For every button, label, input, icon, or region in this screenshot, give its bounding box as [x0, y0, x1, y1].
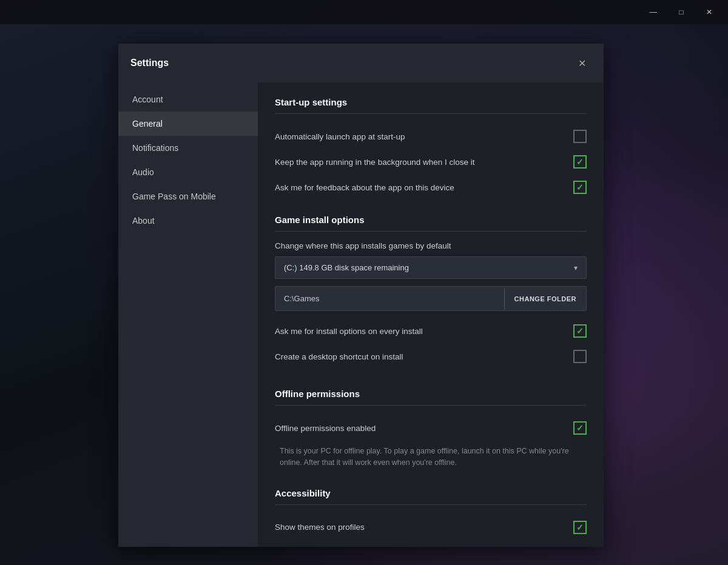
install-location-label: Change where this app installs games by … [275, 241, 587, 250]
checkbox-desktop-shortcut[interactable] [573, 350, 587, 363]
accessibility-divider [275, 504, 587, 505]
startup-divider [275, 113, 587, 114]
modal-header: Settings ✕ [118, 44, 604, 82]
accessibility-section: Accessibility Show themes on profiles [275, 488, 587, 540]
setting-row-install-options: Ask me for install options on every inst… [275, 318, 587, 344]
offline-section-title: Offline permissions [275, 389, 587, 399]
sidebar-item-audio[interactable]: Audio [118, 160, 258, 184]
install-section: Game install options Change where this a… [275, 215, 587, 369]
settings-modal: Settings ✕ Account General Notifications… [118, 44, 604, 547]
sidebar-item-about[interactable]: About [118, 209, 258, 233]
sidebar-label-notifications: Notifications [132, 143, 178, 153]
maximize-button[interactable]: □ [667, 2, 695, 22]
install-location-row: Change where this app installs games by … [275, 241, 587, 311]
setting-row-auto-launch: Automatically launch app at start-up [275, 124, 587, 149]
setting-label-offline-permissions: Offline permissions enabled [275, 424, 376, 433]
offline-description: This is your PC for offline play. To pla… [275, 441, 587, 471]
sidebar-item-notifications[interactable]: Notifications [118, 136, 258, 160]
setting-label-desktop-shortcut: Create a desktop shortcut on install [275, 352, 403, 361]
checkbox-install-options[interactable] [573, 324, 587, 338]
startup-section-title: Start-up settings [275, 97, 587, 107]
setting-label-install-options: Ask me for install options on every inst… [275, 327, 423, 336]
startup-section: Start-up settings Automatically launch a… [275, 97, 587, 200]
disk-dropdown-value: (C:) 149.8 GB disk space remaining [284, 263, 409, 272]
settings-content: Start-up settings Automatically launch a… [258, 82, 604, 547]
install-section-title: Game install options [275, 215, 587, 225]
disk-dropdown[interactable]: (C:) 149.8 GB disk space remaining ▾ [275, 256, 587, 279]
setting-row-feedback: Ask me for feedback about the app on thi… [275, 175, 587, 200]
setting-row-desktop-shortcut: Create a desktop shortcut on install [275, 344, 587, 369]
checkbox-themes[interactable] [573, 521, 587, 534]
modal-body: Account General Notifications Audio Game… [118, 82, 604, 547]
chevron-down-icon: ▾ [574, 264, 578, 272]
sidebar-item-general[interactable]: General [118, 112, 258, 136]
titlebar: — □ ✕ [0, 0, 728, 24]
window-close-button[interactable]: ✕ [695, 2, 723, 22]
sidebar-label-about: About [132, 216, 155, 226]
settings-sidebar: Account General Notifications Audio Game… [118, 82, 258, 547]
setting-label-auto-launch: Automatically launch app at start-up [275, 132, 405, 141]
install-divider [275, 231, 587, 232]
checkbox-offline-permissions[interactable] [573, 421, 587, 435]
offline-section: Offline permissions Offline permissions … [275, 389, 587, 471]
sidebar-item-account[interactable]: Account [118, 87, 258, 112]
modal-close-button[interactable]: ✕ [572, 53, 592, 73]
sidebar-label-general: General [132, 119, 163, 129]
change-folder-button[interactable]: CHANGE FOLDER [504, 288, 586, 310]
modal-close-icon: ✕ [578, 58, 586, 69]
checkbox-auto-launch[interactable] [573, 130, 587, 143]
modal-title: Settings [130, 58, 169, 69]
checkbox-feedback[interactable] [573, 181, 587, 194]
sidebar-label-game-pass-mobile: Game Pass on Mobile [132, 192, 216, 201]
folder-row: C:\Games CHANGE FOLDER [275, 286, 587, 311]
offline-divider [275, 405, 587, 406]
minimize-button[interactable]: — [639, 2, 667, 22]
accessibility-section-title: Accessibility [275, 488, 587, 498]
setting-row-offline-permissions: Offline permissions enabled [275, 415, 587, 441]
folder-path-value: C:\Games [275, 287, 504, 310]
checkbox-background[interactable] [573, 155, 587, 169]
setting-row-themes: Show themes on profiles [275, 515, 587, 540]
setting-label-feedback: Ask me for feedback about the app on thi… [275, 183, 454, 192]
setting-label-themes: Show themes on profiles [275, 523, 365, 532]
sidebar-label-account: Account [132, 95, 163, 104]
setting-label-background: Keep the app running in the background w… [275, 158, 474, 167]
sidebar-label-audio: Audio [132, 167, 154, 177]
setting-row-background: Keep the app running in the background w… [275, 149, 587, 175]
sidebar-item-game-pass-mobile[interactable]: Game Pass on Mobile [118, 184, 258, 209]
